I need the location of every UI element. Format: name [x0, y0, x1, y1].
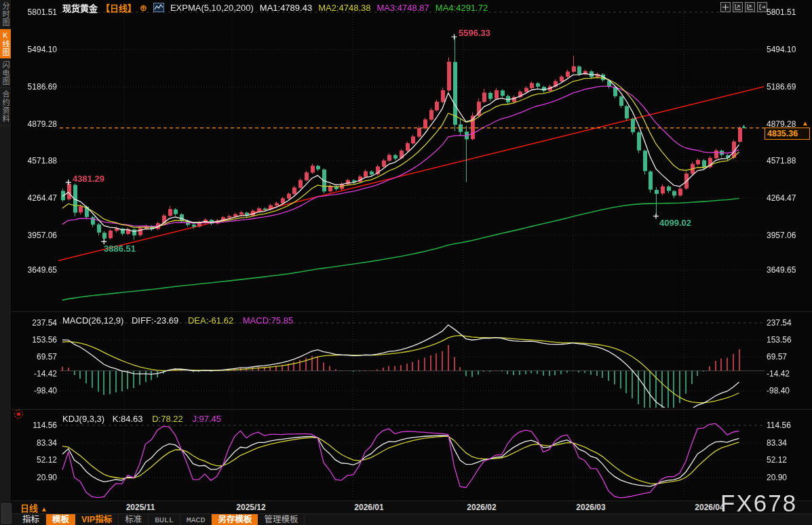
app-window: 分时图 K线图 闪电图 合约资料 现货黄金 【日线】 ⊕ EXPMA(5,10,… — [0, 0, 812, 525]
kdj-axis-label: 20.90 — [11, 473, 57, 482]
price-axis-label: 3649.65 — [767, 265, 796, 275]
kdj-axis-label: 114.56 — [767, 421, 791, 430]
toolbar-macd-button[interactable]: MACD — [180, 514, 212, 525]
x-axis-label: 2025/11 — [119, 503, 162, 512]
macd-axis-label: 237.54 — [767, 318, 792, 328]
sidebar-tab-lightning-chart[interactable]: 闪电图 — [0, 59, 11, 88]
x-axis-label: 2026/02 — [460, 503, 503, 512]
toolbar-template-button[interactable]: 模板 — [46, 514, 75, 525]
kdj-axis-label: 52.12 — [11, 455, 57, 465]
toolbar-manage-template-button[interactable]: 管理模板 — [258, 514, 305, 525]
x-axis-label: 2026/03 — [569, 503, 613, 512]
exit-chart-icon[interactable] — [757, 2, 767, 12]
sidebar-tab-contract-info[interactable]: 合约资料 — [0, 88, 11, 125]
symbol-title: 现货黄金 — [62, 1, 98, 14]
period-tag: 【日线】 — [101, 1, 136, 14]
kdj-d-value: D:78.22 — [152, 414, 183, 424]
annotation-label: 4099.02 — [659, 218, 691, 228]
annotation-label: 3886.51 — [104, 244, 136, 254]
annotation-label: 5596.33 — [459, 28, 490, 38]
pan-axis-icon[interactable] — [745, 2, 755, 12]
macd-title: MACD(26,12,9) — [62, 315, 123, 326]
macd-axis-label: -14.42 — [767, 369, 790, 378]
annotation-label: 4381.29 — [73, 174, 104, 184]
macd-axis-label: -98.40 — [767, 386, 790, 395]
x-axis-label: 2025/12 — [229, 503, 273, 512]
toolbar-indicator-button[interactable]: 指标 — [16, 514, 46, 525]
kdj-j-value: J:97.45 — [192, 414, 221, 424]
macd-axis-label: 69.57 — [11, 352, 57, 362]
macd-axis-label: -14.42 — [11, 369, 57, 378]
toolbar-standard-button[interactable]: 标准 — [119, 514, 149, 525]
price-axis-label: 3957.06 — [11, 231, 57, 240]
price-axis-label: 4879.28 — [11, 119, 57, 129]
price-axis-label: 5186.69 — [767, 82, 796, 92]
watermark: FX678 — [720, 490, 797, 517]
kdj-k-value: K:84.63 — [113, 414, 143, 424]
price-up-arrow-icon: ▲ — [802, 119, 809, 127]
kdj-axis-label: 52.12 — [767, 455, 787, 465]
chevron-up-icon: ▲ — [41, 505, 47, 513]
toolbar-vip-indicator-button[interactable]: VIP指标 — [75, 514, 119, 525]
macd-macd-value: MACD:75.85 — [243, 315, 293, 326]
kdj-axis-label: 20.90 — [767, 473, 787, 482]
toolbar-bull-button[interactable]: BULL — [149, 514, 180, 525]
macd-dea-value: DEA:-61.62 — [188, 315, 233, 326]
price-axis-label: 4264.47 — [11, 193, 57, 203]
panel-divider — [11, 311, 812, 312]
period-label: 日线 — [20, 503, 38, 513]
kdj-panel-header: KDJ(9,3,3) K:84.63 D:78.22 J:97.45 — [62, 414, 221, 424]
price-axis-label: 4571.88 — [767, 156, 796, 166]
price-axis-label: 5801.51 — [767, 7, 796, 17]
macd-diff-value: DIFF:-23.69 — [132, 315, 178, 326]
chart-header: 现货黄金 【日线】 ⊕ EXPMA(5,10,20,200) MA1:4789.… — [11, 0, 488, 15]
ma4-value: MA4:4291.72 — [436, 3, 488, 13]
price-axis-label: 5494.10 — [767, 45, 796, 54]
ma1-value: MA1:4789.43 — [260, 3, 312, 13]
kdj-axis-label: 83.34 — [11, 438, 57, 448]
sidebar: 分时图 K线图 闪电图 合约资料 — [0, 0, 12, 525]
macd-axis-label: 237.54 — [11, 318, 57, 328]
ma2-value: MA2:4748.38 — [318, 3, 370, 13]
macd-axis-label: 69.57 — [767, 352, 787, 362]
panel-divider — [11, 409, 812, 410]
sidebar-collapse-button[interactable] — [1, 503, 12, 524]
sidebar-tab-time-chart[interactable]: 分时图 — [0, 0, 11, 29]
indicator-formula: EXPMA(5,10,20,200) — [170, 3, 254, 13]
indicator-chart-icon — [153, 3, 164, 12]
chart-canvas[interactable] — [0, 0, 812, 525]
macd-axis-label: -98.40 — [11, 386, 57, 395]
macd-axis-label: 153.56 — [11, 335, 57, 345]
price-axis-label: 3649.65 — [11, 265, 57, 275]
ma3-value: MA3:4748.87 — [376, 3, 429, 13]
red-dot-icon — [14, 410, 23, 419]
last-price-arrow-icon: ▲ — [741, 123, 747, 130]
macd-axis-label: 153.56 — [767, 335, 792, 345]
price-axis-label: 3957.06 — [767, 231, 796, 240]
bottom-toolbar: 指标 模板 VIP指标 标准 BULL MACD 另存模板 管理模板 — [11, 513, 812, 525]
zoom-axis-icon[interactable] — [733, 2, 743, 12]
crosshair-icon[interactable] — [720, 2, 731, 12]
current-price-badge: 4835.36 — [765, 128, 810, 140]
x-axis-label: 2026/01 — [347, 503, 391, 512]
price-axis-label: 5186.69 — [11, 82, 57, 92]
window-controls — [720, 2, 767, 12]
toolbar-save-template-button[interactable]: 另存模板 — [212, 514, 258, 525]
kdj-axis-label: 83.34 — [767, 438, 787, 448]
sidebar-tab-kline-chart[interactable]: K线图 — [0, 29, 11, 59]
price-axis-label: 4571.88 — [11, 156, 57, 166]
price-axis-label: 5494.10 — [11, 45, 57, 54]
kdj-axis-label: 114.56 — [11, 421, 57, 430]
period-selector[interactable]: 日线▲ — [20, 501, 47, 514]
plus-circle-icon[interactable]: ⊕ — [140, 3, 147, 13]
price-axis-label: 4264.47 — [767, 193, 796, 203]
kdj-title: KDJ(9,3,3) — [62, 414, 104, 424]
macd-panel-header: MACD(26,12,9) DIFF:-23.69 DEA:-61.62 MAC… — [62, 315, 293, 326]
